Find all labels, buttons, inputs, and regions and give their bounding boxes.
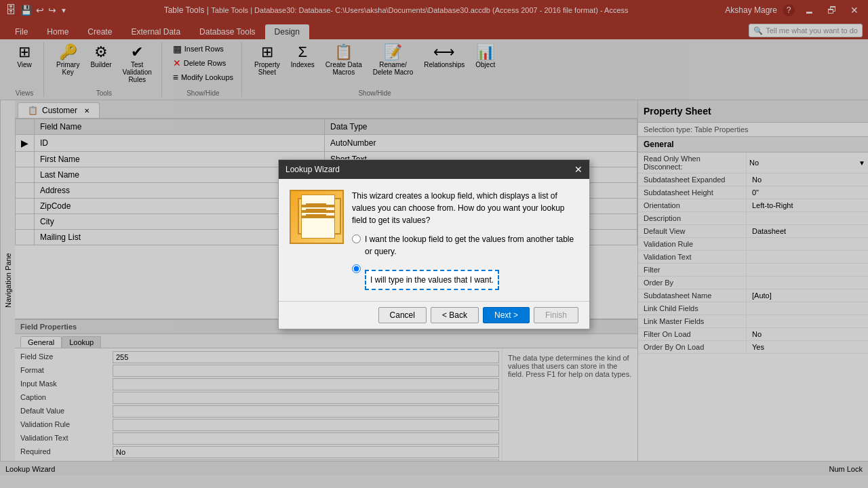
cancel-button[interactable]: Cancel	[378, 307, 427, 323]
option2-container: I will type in the values that I want.	[352, 263, 578, 290]
dialog-footer: Cancel < Back Next > Finish	[279, 301, 589, 329]
lookup-wizard-dialog: Lookup Wizard ✕ This wizard create	[278, 159, 590, 329]
next-button[interactable]: Next >	[483, 307, 530, 323]
back-button[interactable]: < Back	[431, 307, 479, 323]
option1-container: I want the lookup field to get the value…	[352, 233, 578, 258]
dialog-body: This wizard creates a lookup field, whic…	[279, 179, 589, 301]
wizard-paper	[301, 195, 335, 239]
dialog-close-btn[interactable]: ✕	[574, 164, 583, 175]
finish-button[interactable]: Finish	[534, 307, 578, 323]
option2-box: I will type in the values that I want.	[365, 270, 499, 290]
dialog-overlay: Lookup Wizard ✕ This wizard create	[0, 0, 868, 488]
option1-radio[interactable]	[352, 235, 361, 243]
option1-label: I want the lookup field to get the value…	[365, 233, 578, 258]
option2-radio[interactable]	[352, 264, 361, 273]
dialog-title-bar: Lookup Wizard ✕	[279, 160, 589, 179]
dialog-title: Lookup Wizard	[285, 165, 340, 174]
dialog-text: This wizard creates a lookup field, whic…	[352, 190, 578, 290]
option2-label: I will type in the values that I want.	[370, 275, 494, 285]
dialog-content: This wizard creates a lookup field, whic…	[290, 190, 578, 290]
dialog-intro: This wizard creates a lookup field, whic…	[352, 190, 578, 226]
wizard-lines	[306, 203, 326, 216]
wizard-icon	[290, 190, 344, 244]
